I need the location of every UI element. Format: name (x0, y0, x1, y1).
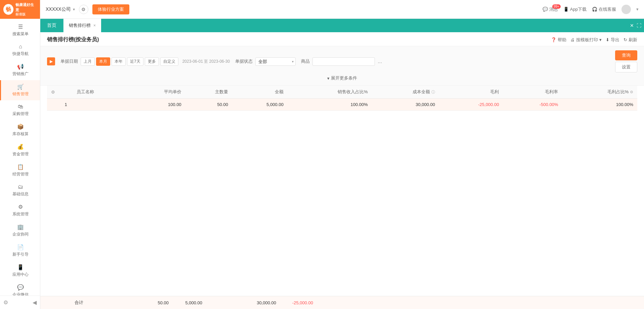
sidebar-item-enterprise-wechat[interactable]: 💬 企业微信 (0, 281, 40, 296)
goods-input[interactable] (312, 57, 375, 66)
industry-btn[interactable]: 体验行业方案 (92, 4, 129, 14)
sidebar-item-marketing[interactable]: 📢 营销推广 (0, 60, 40, 80)
date-btn-this-month[interactable]: 本月 (96, 57, 110, 66)
expand-icon: ▾ (327, 76, 330, 81)
settings-small-btn[interactable]: 设置 (615, 62, 637, 72)
page-panel: 销售排行榜(按业务员) ❓ 帮助 🖨 按模板打印 ▾ ⬇ 导出 (40, 32, 644, 309)
sales-mgmt-icon: 🛒 (17, 84, 24, 90)
row-gross-pct: 100.00% (562, 99, 637, 111)
export-btn[interactable]: ⬇ 导出 (606, 37, 619, 43)
col-amount: 全额 (232, 86, 288, 99)
sidebar-item-quick-nav[interactable]: ⌂ 快捷导航 (0, 40, 40, 60)
filter-row: ▶ 单据日期 上月 本月 本年 近7天 更多 自定义 2023-06-01 至 … (47, 50, 637, 72)
company-selector[interactable]: XXXXX公司 ▾ (46, 6, 75, 12)
refresh-btn[interactable]: ↻ 刷新 (624, 37, 637, 43)
date-btn-more[interactable]: 更多 (145, 57, 159, 66)
fullscreen-icon[interactable]: ⛶ (637, 23, 641, 28)
sidebar-item-inventory[interactable]: 📦 库存核算 (0, 120, 40, 140)
row-gross-margin: -500.00% (503, 99, 562, 111)
footer-settings-icon[interactable]: ⚙ (3, 299, 8, 306)
sidebar-item-enterprise-collab[interactable]: 🏢 企业协同 (0, 220, 40, 241)
sidebar-item-sales-mgmt[interactable]: 🛒 销售管理 (0, 80, 40, 100)
date-btn-last-month[interactable]: 上月 (81, 57, 95, 66)
tab-active[interactable]: 销售排行榜 × (63, 19, 101, 32)
date-btn-last-7days[interactable]: 近7天 (127, 57, 143, 66)
finance-icon: 💰 (17, 144, 24, 150)
col-main-qty: 主数量 (185, 86, 232, 99)
date-btn-custom[interactable]: 自定义 (160, 57, 178, 66)
sidebar-item-app-center[interactable]: 📱 应用中心 (0, 261, 40, 281)
footer-cost-amount: 30,000.00 (239, 300, 276, 305)
page-actions: ❓ 帮助 🖨 按模板打印 ▾ ⬇ 导出 ↻ 刷新 (551, 37, 637, 43)
col-gross-margin: 毛利率 (503, 86, 562, 99)
sidebar-footer: ⚙ ◀ (0, 296, 40, 309)
tab-close-btn[interactable]: × (93, 23, 96, 28)
headset-icon: 🎧 (592, 7, 597, 12)
header-settings-btn[interactable]: ⚙ (79, 5, 88, 14)
expand-row: ▾ 展开更多条件 (47, 75, 637, 81)
col-settings[interactable]: ⚙ (47, 86, 59, 99)
status-select[interactable]: 全部 已确认 待确认 (255, 57, 296, 66)
table-footer: 合计 50.00 5,000.00 30,000.00 -25,000.00 (40, 296, 644, 309)
col-rank (59, 86, 73, 99)
filter-goods: 商品 ... (301, 57, 382, 66)
purchase-mgmt-icon: 🛍 (18, 104, 23, 110)
row-settings (47, 99, 59, 111)
enterprise-collab-icon: 🏢 (17, 224, 24, 230)
quick-nav-icon: ⌂ (19, 44, 22, 50)
basic-info-icon: 🗂 (18, 184, 23, 190)
online-service-btn[interactable]: 🎧 在线客服 (592, 6, 616, 12)
table-header-row: ⚙ 员工名称 平均单价 主数量 全额 销售收入占比% 成本全额 ⓘ 毛利 毛利率… (47, 86, 637, 99)
status-label: 单据状态 (235, 58, 253, 64)
top-header: XXXXX公司 ▾ ⚙ 体验行业方案 💬 消息 99+ 📱 App下载 🎧 在线… (40, 0, 644, 19)
tab-home[interactable]: 首页 (40, 19, 63, 32)
col-sales-pct: 销售收入占比% (288, 86, 372, 99)
tab-bar-right: ✕ ⛶ (630, 23, 644, 28)
sys-mgmt-icon: ⚙ (18, 204, 23, 210)
logo-icon: 畅 (3, 4, 13, 15)
close-window-icon[interactable]: ✕ (630, 23, 634, 28)
print-icon: 🖨 (570, 37, 575, 42)
footer-gross-profit: -25,000.00 (276, 300, 313, 305)
sidebar-item-basic-info[interactable]: 🗂 基础信息 (0, 181, 40, 200)
sidebar-item-search-orders[interactable]: ☰ 搜索菜单 (0, 20, 40, 40)
company-dropdown-arrow: ▾ (73, 7, 75, 12)
sidebar-nav: ☰ 搜索菜单 ⌂ 快捷导航 📢 营销推广 🛒 销售管理 🛍 采购管理 📦 库存核… (0, 19, 40, 296)
footer-main-qty: 50.00 (142, 300, 169, 305)
app-download-btn[interactable]: 📱 App下载 (563, 6, 587, 12)
goods-ellipsis-btn[interactable]: ... (378, 58, 382, 64)
data-table: ⚙ 员工名称 平均单价 主数量 全额 销售收入占比% 成本全额 ⓘ 毛利 毛利率… (47, 86, 637, 111)
date-label: 单据日期 (60, 58, 78, 64)
notification-badge: 99+ (552, 4, 561, 9)
expand-more-btn[interactable]: ▾ 展开更多条件 (327, 75, 357, 81)
help-btn[interactable]: ❓ 帮助 (551, 37, 566, 43)
notification-btn[interactable]: 💬 消息 99+ (543, 6, 558, 12)
sidebar-item-finance[interactable]: 💰 资金管理 (0, 140, 40, 160)
query-btn[interactable]: 查询 (615, 50, 637, 60)
content-area: 销售排行榜(按业务员) ❓ 帮助 🖨 按模板打印 ▾ ⬇ 导出 (40, 32, 644, 309)
user-avatar[interactable] (621, 5, 631, 14)
row-avg-price: 100.00 (129, 99, 185, 111)
status-select-wrap: 全部 已确认 待确认 (255, 57, 296, 66)
sidebar-item-ops-mgmt[interactable]: 📋 经营管理 (0, 160, 40, 181)
col-avg-price: 平均单价 (129, 86, 185, 99)
filter-right-btns: 查询 设置 (615, 50, 637, 72)
table-row: 1 100.00 50.00 5,000.00 100.00% 30,000.0… (47, 99, 637, 111)
message-icon: 💬 (543, 7, 548, 12)
sidebar-item-sys-mgmt[interactable]: ⚙ 系统管理 (0, 200, 40, 220)
marketing-icon: 📢 (17, 63, 24, 70)
row-employee (73, 99, 129, 111)
row-main-qty: 50.00 (185, 99, 232, 111)
print-dropdown-icon: ▾ (599, 37, 602, 42)
tab-bar: 首页 销售排行榜 × ✕ ⛶ (40, 19, 644, 32)
filter-toggle-btn[interactable]: ▶ (47, 57, 55, 65)
main-area: XXXXX公司 ▾ ⚙ 体验行业方案 💬 消息 99+ 📱 App下载 🎧 在线… (40, 0, 644, 309)
company-name: XXXXX公司 (46, 6, 71, 12)
date-btn-this-year[interactable]: 本年 (112, 57, 126, 66)
export-icon: ⬇ (606, 37, 609, 42)
page-title: 销售排行榜(按业务员) (47, 36, 99, 43)
footer-collapse-icon[interactable]: ◀ (33, 299, 37, 306)
print-btn[interactable]: 🖨 按模板打印 ▾ (570, 37, 602, 43)
sidebar-item-beginner-guide[interactable]: 📄 新手引导 (0, 241, 40, 261)
sidebar-item-purchase-mgmt[interactable]: 🛍 采购管理 (0, 100, 40, 120)
